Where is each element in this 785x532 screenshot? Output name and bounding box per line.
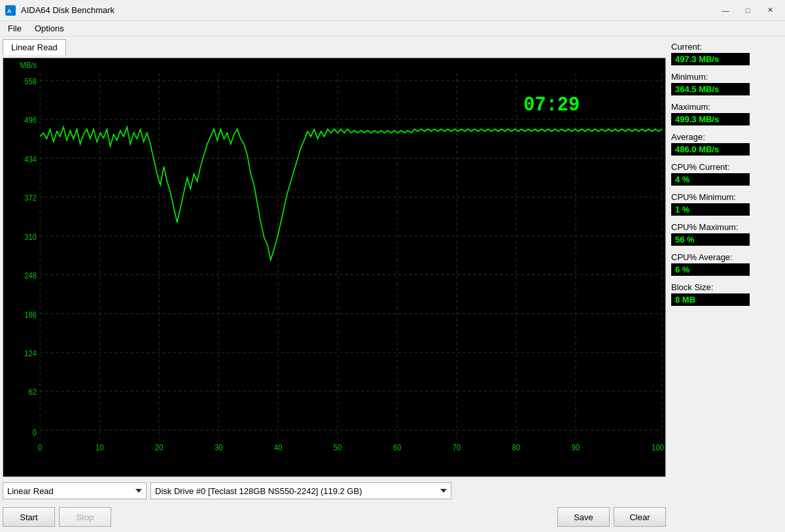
block-size-label: Block Size: bbox=[671, 282, 782, 292]
svg-text:A: A bbox=[7, 8, 12, 14]
svg-text:124: 124 bbox=[24, 348, 37, 358]
chart-svg: MB/s 558 496 434 372 310 248 186 124 62 … bbox=[3, 58, 665, 476]
cpu-maximum-value: 56 % bbox=[671, 233, 750, 246]
svg-text:496: 496 bbox=[24, 116, 37, 125]
cpu-average-label: CPU% Average: bbox=[671, 252, 782, 262]
window-controls: — □ ✕ bbox=[716, 4, 780, 17]
svg-text:372: 372 bbox=[24, 193, 37, 203]
menu-file[interactable]: File bbox=[3, 22, 27, 35]
save-button[interactable]: Save bbox=[557, 507, 610, 527]
svg-rect-2 bbox=[3, 58, 665, 476]
clear-button[interactable]: Clear bbox=[614, 507, 666, 527]
current-value: 497.3 MB/s bbox=[671, 53, 750, 65]
maximum-label: Maximum: bbox=[671, 102, 782, 112]
svg-text:186: 186 bbox=[24, 310, 37, 320]
current-label: Current: bbox=[671, 42, 782, 52]
block-size-value: 8 MB bbox=[671, 293, 750, 306]
disk-dropdown[interactable]: Disk Drive #0 [Teclast 128GB NS550-2242]… bbox=[150, 482, 451, 499]
svg-text:248: 248 bbox=[24, 271, 37, 281]
svg-text:558: 558 bbox=[24, 76, 37, 86]
minimum-value: 364.5 MB/s bbox=[671, 83, 750, 95]
cpu-minimum-value: 1 % bbox=[671, 203, 750, 216]
app-icon: A bbox=[5, 5, 16, 16]
svg-text:20: 20 bbox=[155, 442, 164, 452]
maximum-stat-group: Maximum: 499.3 MB/s bbox=[671, 102, 782, 128]
cpu-minimum-stat-group: CPU% Minimum: 1 % bbox=[671, 192, 782, 218]
svg-text:50: 50 bbox=[334, 442, 342, 452]
svg-text:60: 60 bbox=[393, 442, 402, 452]
bottom-row2: Start Stop Save Clear bbox=[3, 505, 666, 529]
chart-tab-bar: Linear Read bbox=[3, 39, 666, 55]
svg-text:0: 0 bbox=[38, 442, 43, 452]
average-stat-group: Average: 486.0 MB/s bbox=[671, 132, 782, 158]
minimum-stat-group: Minimum: 364.5 MB/s bbox=[671, 72, 782, 98]
bottom-row1: Linear Read Random Read Linear Write Ran… bbox=[3, 480, 666, 502]
svg-text:310: 310 bbox=[24, 232, 37, 242]
main-content: Linear Read bbox=[0, 37, 785, 532]
chart-container: MB/s 558 496 434 372 310 248 186 124 62 … bbox=[3, 58, 666, 477]
svg-text:70: 70 bbox=[453, 442, 461, 452]
svg-text:07:29: 07:29 bbox=[523, 93, 580, 117]
title-text: AIDA64 Disk Benchmark bbox=[21, 5, 114, 15]
svg-text:10: 10 bbox=[96, 442, 104, 452]
svg-text:434: 434 bbox=[24, 154, 37, 164]
cpu-minimum-label: CPU% Minimum: bbox=[671, 192, 782, 202]
cpu-maximum-stat-group: CPU% Maximum: 56 % bbox=[671, 222, 782, 248]
stop-button[interactable]: Stop bbox=[59, 507, 111, 527]
title-bar-left: A AIDA64 Disk Benchmark bbox=[5, 5, 114, 16]
average-label: Average: bbox=[671, 132, 782, 142]
svg-text:30: 30 bbox=[215, 442, 223, 452]
cpu-current-stat-group: CPU% Current: 4 % bbox=[671, 162, 782, 188]
maximum-value: 499.3 MB/s bbox=[671, 113, 750, 125]
title-bar: A AIDA64 Disk Benchmark — □ ✕ bbox=[0, 0, 785, 21]
svg-text:62: 62 bbox=[29, 388, 37, 397]
svg-text:0: 0 bbox=[33, 428, 37, 438]
svg-text:90: 90 bbox=[572, 442, 580, 452]
svg-text:80: 80 bbox=[512, 442, 521, 452]
minimum-label: Minimum: bbox=[671, 72, 782, 82]
average-value: 486.0 MB/s bbox=[671, 143, 750, 156]
svg-text:40: 40 bbox=[274, 442, 283, 452]
close-button[interactable]: ✕ bbox=[760, 4, 780, 17]
cpu-average-value: 6 % bbox=[671, 263, 750, 276]
start-button[interactable]: Start bbox=[3, 507, 55, 527]
test-type-dropdown[interactable]: Linear Read Random Read Linear Write Ran… bbox=[3, 482, 147, 499]
svg-text:100 %: 100 % bbox=[652, 442, 665, 452]
minimize-button[interactable]: — bbox=[716, 4, 735, 17]
restore-button[interactable]: □ bbox=[738, 4, 758, 17]
cpu-average-stat-group: CPU% Average: 6 % bbox=[671, 252, 782, 278]
cpu-current-value: 4 % bbox=[671, 173, 750, 186]
cpu-current-label: CPU% Current: bbox=[671, 162, 782, 172]
current-stat-group: Current: 497.3 MB/s bbox=[671, 42, 782, 68]
menu-options[interactable]: Options bbox=[29, 22, 69, 35]
left-panel: Linear Read bbox=[3, 39, 666, 529]
cpu-maximum-label: CPU% Maximum: bbox=[671, 222, 782, 232]
svg-text:MB/s: MB/s bbox=[20, 60, 37, 70]
menu-bar: File Options bbox=[0, 21, 785, 37]
linear-read-tab[interactable]: Linear Read bbox=[3, 39, 66, 55]
right-panel: Current: 497.3 MB/s Minimum: 364.5 MB/s … bbox=[671, 39, 782, 529]
block-size-stat-group: Block Size: 8 MB bbox=[671, 282, 782, 308]
